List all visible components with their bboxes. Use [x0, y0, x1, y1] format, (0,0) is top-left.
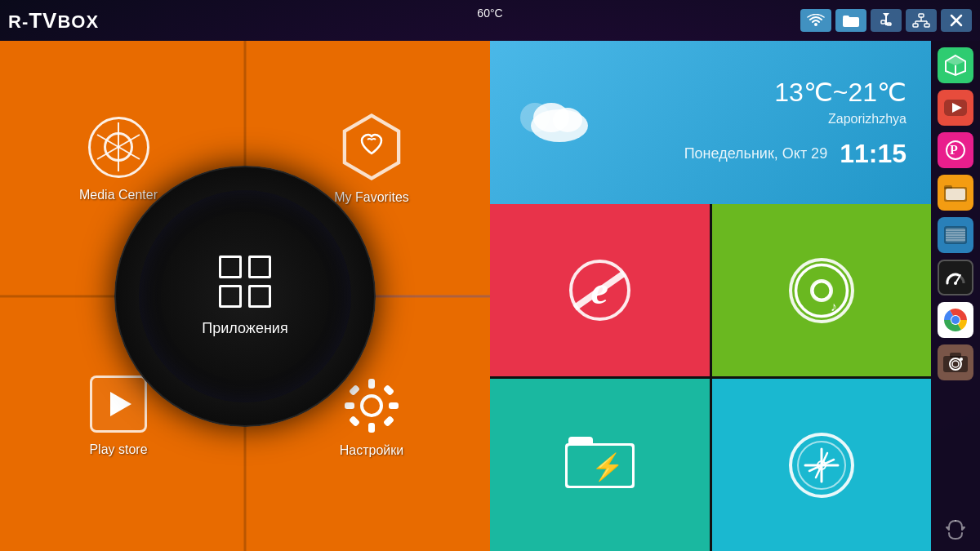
temperature-display: 60°C — [477, 7, 502, 20]
usb-status-icon[interactable] — [871, 9, 902, 32]
ie-tile[interactable]: e — [490, 204, 710, 376]
recycle-bin-icon[interactable] — [941, 515, 970, 544]
svg-point-61 — [954, 282, 957, 285]
svg-rect-26 — [383, 415, 394, 427]
svg-rect-9 — [919, 14, 924, 17]
sidebar-pink-app[interactable]: P — [938, 132, 973, 168]
svg-rect-5 — [881, 20, 885, 24]
weather-cloud-icon — [514, 89, 596, 157]
svg-point-18 — [362, 396, 381, 415]
compass-inner — [797, 441, 846, 490]
compass-icon — [789, 433, 854, 498]
apps-grid-icon — [219, 256, 271, 308]
weather-temperature: 13℃~21℃ — [596, 77, 906, 108]
sidebar-video-app[interactable] — [938, 217, 973, 253]
weather-city: Zaporizhzhya — [596, 112, 906, 127]
main-content: Media Center My Favorites — [0, 41, 931, 551]
svg-rect-19 — [368, 379, 375, 389]
cd-icon: ♪ — [789, 258, 854, 323]
settings-icon — [341, 375, 403, 437]
sidebar-camera-app[interactable] — [938, 344, 973, 380]
svg-point-32 — [813, 282, 831, 300]
sidebar-chrome-app[interactable] — [938, 302, 973, 338]
weather-time: 11:15 — [840, 139, 906, 169]
applications-circle[interactable]: Приложения — [114, 166, 376, 427]
svg-point-31 — [795, 264, 847, 316]
sidebar-cube-app[interactable] — [938, 47, 973, 83]
svg-point-30 — [553, 108, 582, 132]
svg-text:♪: ♪ — [831, 299, 837, 313]
my-favorites-label: My Favorites — [334, 190, 409, 205]
weather-datetime: Понедельник, Окт 29 11:15 — [596, 139, 906, 169]
folder-icon-wrap: ⚡ — [565, 435, 635, 495]
folder-tile[interactable]: ⚡ — [490, 379, 710, 551]
folder-status-icon[interactable] — [835, 9, 866, 32]
svg-rect-2 — [843, 16, 849, 19]
status-icons-bar — [800, 9, 972, 32]
svg-marker-44 — [946, 56, 965, 65]
right-panel: 13℃~21℃ Zaporizhzhya Понедельник, Окт 29… — [490, 41, 931, 551]
svg-text:⚡: ⚡ — [591, 451, 624, 482]
svg-point-69 — [960, 358, 963, 361]
app-tiles-grid: e ♪ — [490, 204, 931, 551]
svg-rect-11 — [924, 24, 929, 27]
settings-label: Настройки — [340, 443, 403, 458]
svg-rect-22 — [389, 402, 399, 409]
svg-point-64 — [951, 316, 960, 324]
wifi-status-icon[interactable] — [800, 9, 831, 32]
compass-tile[interactable] — [712, 379, 932, 551]
play-store-icon — [90, 375, 147, 433]
svg-rect-66 — [950, 353, 961, 358]
sidebar-folder-app[interactable] — [938, 175, 973, 211]
sidebar-speed-app[interactable] — [938, 260, 973, 295]
network-status-icon[interactable] — [906, 9, 937, 32]
play-triangle — [110, 392, 131, 416]
applications-circle-inner: Приложения — [139, 190, 351, 402]
svg-rect-23 — [349, 384, 360, 396]
right-sidebar: P — [931, 41, 980, 551]
play-store-label: Play store — [89, 442, 147, 457]
svg-marker-4 — [883, 13, 889, 17]
svg-rect-24 — [383, 384, 394, 396]
svg-rect-10 — [913, 24, 918, 27]
svg-point-0 — [814, 23, 817, 26]
left-panel: Media Center My Favorites — [0, 41, 490, 551]
svg-rect-25 — [349, 415, 360, 427]
svg-rect-52 — [946, 189, 965, 200]
cd-tile[interactable]: ♪ — [712, 204, 932, 376]
weather-info: 13℃~21℃ Zaporizhzhya Понедельник, Окт 29… — [596, 77, 906, 169]
weather-widget: 13℃~21℃ Zaporizhzhya Понедельник, Окт 29… — [490, 41, 931, 204]
svg-rect-20 — [368, 423, 375, 433]
media-center-icon — [88, 117, 149, 178]
top-bar: R-TVBOX 60°C — [0, 0, 980, 41]
my-favorites-icon — [338, 113, 405, 180]
applications-label: Приложения — [202, 320, 287, 337]
sidebar-youtube-app[interactable] — [938, 90, 973, 126]
svg-text:P: P — [950, 143, 958, 157]
media-center-label: Media Center — [79, 188, 158, 202]
ie-icon: e — [569, 260, 630, 321]
svg-rect-21 — [345, 402, 354, 409]
weather-date: Понедельник, Окт 29 — [684, 145, 828, 162]
logo: R-TVBOX — [8, 8, 99, 33]
close-status-icon[interactable] — [941, 9, 972, 32]
